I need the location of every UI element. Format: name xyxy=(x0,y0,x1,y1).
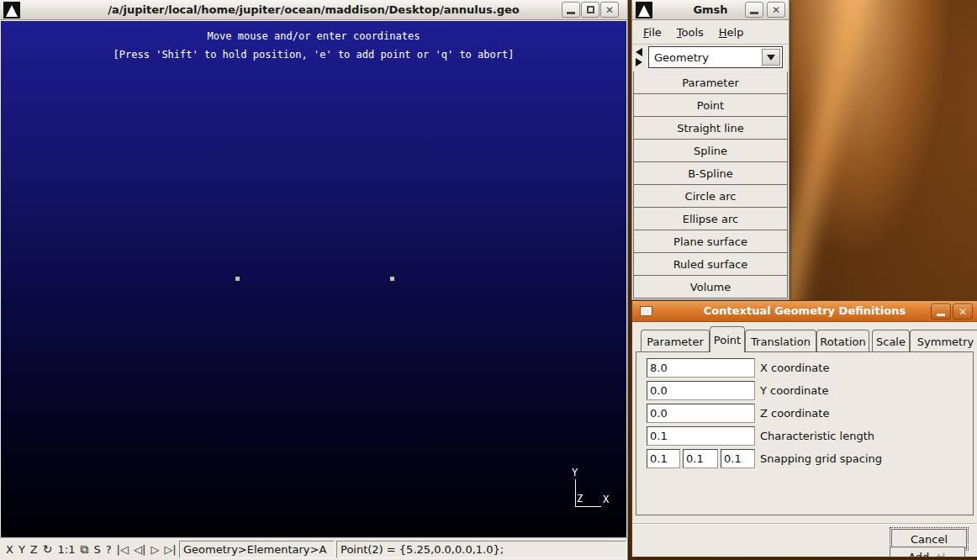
module-dropdown[interactable]: Geometry xyxy=(648,46,783,68)
geometry-point[interactable] xyxy=(235,277,240,281)
button-ruled-surface[interactable]: Ruled surface xyxy=(633,253,788,276)
characteristic-length-label: Characteristic length xyxy=(760,430,874,442)
main-graphics-window: /a/jupiter/local/home/jupiter/ocean/madd… xyxy=(0,0,627,560)
statusbar-mode-field: Geometry>Elementary>A xyxy=(179,541,335,558)
anim-first-icon[interactable]: |◁ xyxy=(117,543,129,556)
context-window-titlebar[interactable]: Contextual Geometry Definitions ✕ xyxy=(632,301,977,322)
add-button-label: Add xyxy=(908,551,929,557)
rotate-view-icon[interactable]: ↻ xyxy=(43,542,53,556)
anim-play-icon[interactable]: ▷ xyxy=(151,543,159,556)
z-coordinate-input[interactable] xyxy=(647,404,755,423)
close-button[interactable]: ✕ xyxy=(767,2,785,18)
x-coordinate-input[interactable] xyxy=(647,358,755,378)
button-parameter[interactable]: Parameter xyxy=(633,71,788,94)
next-module-icon[interactable] xyxy=(636,58,642,66)
enter-key-icon: ↵ xyxy=(936,549,947,557)
button-point[interactable]: Point xyxy=(633,94,788,117)
menu-tools[interactable]: Tools xyxy=(677,26,704,39)
projection-cube-icon[interactable]: ⧉ xyxy=(80,542,88,557)
tab-scale[interactable]: Scale xyxy=(872,330,910,352)
cancel-button-label: Cancel xyxy=(911,533,948,546)
snapping-grid-label: Snapping grid spacing xyxy=(760,452,882,465)
view-x-button[interactable]: X xyxy=(6,543,13,556)
gmsh-window-titlebar[interactable]: Gmsh ✕ xyxy=(632,0,789,20)
contextual-geometry-window: Contextual Geometry Definitions ✕ Parame… xyxy=(632,301,977,557)
axis-y-label: Y xyxy=(572,467,578,478)
x-coordinate-label: X coordinate xyxy=(760,362,829,374)
button-b-spline[interactable]: B-Spline xyxy=(633,162,788,185)
geometry-point[interactable] xyxy=(390,277,394,281)
menu-file[interactable]: File xyxy=(643,26,662,39)
one-to-one-button[interactable]: 1:1 xyxy=(58,543,76,556)
opengl-canvas[interactable]: Move mouse and/or enter coordinates [Pre… xyxy=(1,21,626,537)
maximize-icon xyxy=(587,6,594,13)
chevron-down-icon xyxy=(767,55,775,61)
button-straight-line[interactable]: Straight line xyxy=(633,117,788,140)
tab-translation[interactable]: Translation xyxy=(745,330,816,352)
gmsh-menu-window: Gmsh ✕ File Tools Help Geometry Paramete… xyxy=(632,0,789,299)
module-prev-next-arrows[interactable] xyxy=(636,48,646,68)
divider xyxy=(633,523,976,525)
canvas-hint-line2: [Press 'Shift' to hold position, 'e' to … xyxy=(1,49,626,61)
characteristic-length-input[interactable] xyxy=(647,426,755,446)
point-tab-panel: X coordinate Y coordinate Z coordinate C… xyxy=(636,351,974,515)
main-window-title: /a/jupiter/local/home/jupiter/ocean/madd… xyxy=(0,3,627,16)
close-button[interactable]: ✕ xyxy=(600,2,619,18)
close-button[interactable]: ✕ xyxy=(953,304,973,320)
module-dropdown-value: Geometry xyxy=(654,51,709,64)
snap-y-input[interactable] xyxy=(683,449,718,468)
tab-point[interactable]: Point xyxy=(710,326,745,352)
y-coordinate-label: Y coordinate xyxy=(760,384,828,397)
context-window-title: Contextual Geometry Definitions xyxy=(632,304,977,317)
add-button[interactable]: Add ↵ xyxy=(890,547,965,557)
help-button[interactable]: ? xyxy=(106,543,112,556)
minimize-button[interactable] xyxy=(745,2,763,18)
dropdown-button[interactable] xyxy=(762,49,780,66)
minimize-icon xyxy=(750,12,758,14)
gmsh-window-title: Gmsh xyxy=(632,3,789,16)
button-plane-surface[interactable]: Plane surface xyxy=(633,230,788,253)
statusbar: X Y Z ↻ 1:1 ⧉ S ? |◁ ◁| ▷ ▷| Geometry>El… xyxy=(0,537,627,560)
axis-y-line xyxy=(575,479,576,506)
close-icon: ✕ xyxy=(605,5,614,15)
shading-button[interactable]: S xyxy=(93,543,100,556)
anim-next-icon[interactable]: ▷| xyxy=(164,543,176,556)
main-window-titlebar[interactable]: /a/jupiter/local/home/jupiter/ocean/madd… xyxy=(0,0,627,20)
axis-x-line xyxy=(575,506,601,507)
view-z-button[interactable]: Z xyxy=(30,543,38,556)
canvas-hint-line1: Move mouse and/or enter coordinates xyxy=(1,30,626,42)
button-volume[interactable]: Volume xyxy=(633,276,788,298)
module-selector-row: Geometry xyxy=(633,45,788,71)
menubar: File Tools Help xyxy=(633,21,788,45)
close-icon: ✕ xyxy=(772,5,780,15)
z-coordinate-label: Z coordinate xyxy=(760,407,829,420)
button-spline[interactable]: Spline xyxy=(633,140,788,162)
snap-z-input[interactable] xyxy=(721,449,755,468)
tab-parameter[interactable]: Parameter xyxy=(641,330,710,352)
axis-x-label: X xyxy=(603,494,609,505)
prev-module-icon[interactable] xyxy=(636,48,642,56)
statusbar-message-field: Point(2) = {5.25,0.0,0.0,1.0}; xyxy=(336,541,626,558)
maximize-button[interactable] xyxy=(581,2,599,18)
menu-help[interactable]: Help xyxy=(719,26,744,39)
axis-z-label: Z xyxy=(577,493,583,505)
button-circle-arc[interactable]: Circle arc xyxy=(633,185,788,208)
tab-symmetry[interactable]: Symmetry xyxy=(910,330,977,352)
view-y-button[interactable]: Y xyxy=(18,543,25,556)
y-coordinate-input[interactable] xyxy=(647,381,755,400)
close-icon: ✕ xyxy=(959,307,967,317)
minimize-icon xyxy=(567,12,575,14)
button-ellipse-arc[interactable]: Ellipse arc xyxy=(633,208,788,230)
snap-x-input[interactable] xyxy=(647,449,680,468)
minimize-icon xyxy=(937,314,945,316)
minimize-button[interactable] xyxy=(931,304,951,320)
anim-prev-icon[interactable]: ◁| xyxy=(134,543,145,556)
tab-rotation[interactable]: Rotation xyxy=(816,330,869,352)
minimize-button[interactable] xyxy=(562,2,580,18)
